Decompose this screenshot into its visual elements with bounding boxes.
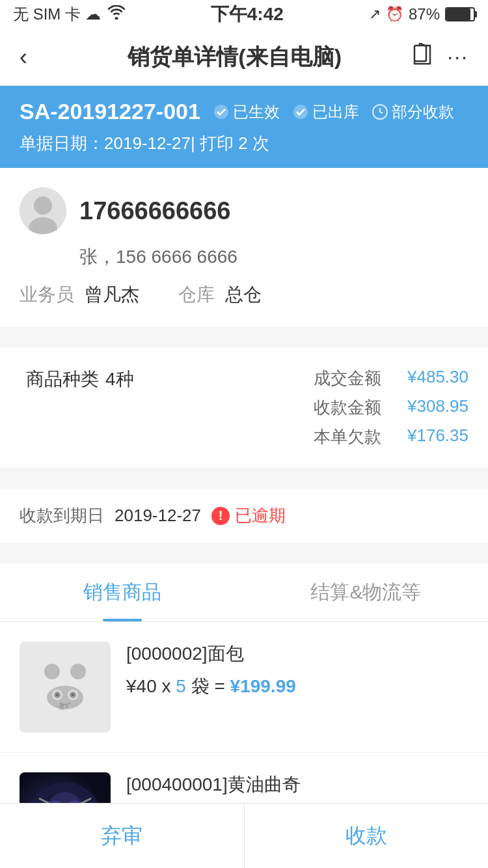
abandon-review-button[interactable]: 弃审 [0, 804, 245, 868]
page-title: 销货单详情(来自电脑) [59, 42, 411, 72]
received-value: ¥308.95 [407, 396, 468, 419]
section-gap-1 [0, 337, 488, 347]
battery-icon [445, 7, 475, 21]
customer-section: 17666666666 张，156 6666 6666 业务员 曾凡杰 仓库 总… [0, 168, 488, 327]
sales-value: 曾凡杰 [85, 282, 139, 307]
section-gap-2 [0, 478, 488, 489]
due-label: 收款到期日 [20, 504, 104, 527]
status-badge-2: 已出库 [293, 102, 359, 122]
customer-id: 17666666666 [79, 197, 230, 225]
product-name-1: [0000002]面包 [126, 642, 468, 666]
warehouse-meta: 仓库 总仓 [178, 282, 262, 307]
owl-eye-right [70, 664, 86, 679]
bottom-bar: 弃审 收款 [0, 803, 488, 868]
sales-meta: 业务员 曾凡杰 [20, 282, 139, 307]
product-info-1: [0000002]面包 ¥40 x 5 袋 = ¥199.99 [126, 642, 468, 733]
banner-date: 单据日期：2019-12-27| 打印 2 次 [20, 132, 468, 155]
owl-eyes [44, 664, 86, 679]
share-icon[interactable] [411, 43, 434, 72]
owl-eye-left [44, 664, 60, 679]
svg-point-12 [56, 694, 59, 696]
debt-label: 本单欠款 [314, 426, 381, 448]
stats-section: 商品种类4种 成交金额 ¥485.30 收款金额 ¥308.95 本单欠款 ¥1… [0, 347, 488, 468]
svg-point-5 [34, 197, 52, 215]
location-icon: ↗ [369, 6, 381, 23]
sim-status: 无 SIM 卡 ☁ [13, 4, 101, 25]
debt-value: ¥176.35 [407, 426, 468, 448]
customer-contact: 张，156 6666 6666 [20, 245, 468, 269]
due-section: 收款到期日 2019-12-27 ! 已逾期 [0, 489, 488, 543]
wifi-icon [107, 5, 126, 23]
svg-point-1 [214, 105, 228, 119]
svg-rect-0 [414, 46, 426, 61]
back-button[interactable]: ‹ [20, 44, 59, 71]
warehouse-value: 总仓 [225, 282, 262, 307]
section-gap-3 [0, 553, 488, 563]
sales-label: 业务员 [20, 282, 74, 307]
owl-placeholder: 鱼+ [20, 642, 111, 733]
tab-sales-products[interactable]: 销售商品 [0, 563, 244, 621]
status-bar: 无 SIM 卡 ☁ 下午4:42 ↗ ⏰ 87% [0, 0, 488, 29]
customer-meta: 业务员 曾凡杰 仓库 总仓 [20, 282, 468, 307]
alarm-icon: ⏰ [386, 6, 403, 23]
customer-avatar [20, 187, 66, 234]
customer-top: 17666666666 [20, 187, 468, 234]
more-icon[interactable]: ··· [447, 45, 468, 69]
product-count: 商品种类4种 [20, 367, 134, 392]
svg-point-13 [72, 694, 74, 696]
nav-actions: ··· [411, 43, 468, 72]
amount-label: 成交金额 [314, 367, 381, 390]
overdue-icon: ! [211, 507, 230, 525]
overdue-badge: ! 已逾期 [211, 504, 286, 527]
order-id: SA-20191227-001 [20, 99, 200, 124]
svg-point-2 [293, 105, 308, 119]
received-row: 收款金额 ¥308.95 [314, 396, 468, 419]
debt-row: 本单欠款 ¥176.35 [314, 426, 468, 448]
status-right: ↗ ⏰ 87% [369, 5, 475, 23]
battery-percent: 87% [409, 5, 440, 23]
status-time: 下午4:42 [211, 2, 284, 27]
nav-bar: ‹ 销货单详情(来自电脑) ··· [0, 29, 488, 86]
amount-value: ¥485.30 [407, 367, 468, 390]
collect-payment-button[interactable]: 收款 [245, 804, 489, 868]
warehouse-label: 仓库 [178, 282, 215, 307]
due-date-value: 2019-12-27 [115, 506, 201, 526]
product-name-2: [000400001]黄油曲奇 [126, 772, 468, 797]
status-badge-3: 部分收款 [372, 102, 454, 122]
product-total-1: ¥199.99 [230, 676, 296, 696]
received-label: 收款金额 [314, 396, 381, 419]
tabs: 销售商品 结算&物流等 [0, 563, 488, 622]
product-item-1: 鱼+ [0000002]面包 ¥40 x 5 袋 = ¥199.99 [0, 622, 488, 753]
overdue-text: 已逾期 [235, 504, 286, 527]
status-left: 无 SIM 卡 ☁ [13, 4, 126, 25]
status-badge-1: 已生效 [213, 102, 280, 122]
stats-right: 成交金额 ¥485.30 收款金额 ¥308.95 本单欠款 ¥176.35 [314, 367, 468, 448]
product-qty-1: 5 [176, 676, 186, 696]
banner-top: SA-20191227-001 已生效 已出库 部分收款 [20, 99, 468, 124]
product-price-1: ¥40 x 5 袋 = ¥199.99 [126, 674, 468, 699]
svg-text:鱼+: 鱼+ [59, 703, 69, 711]
product-thumb-1: 鱼+ [20, 642, 111, 733]
tab-settlement[interactable]: 结算&物流等 [244, 563, 488, 621]
header-banner: SA-20191227-001 已生效 已出库 部分收款 单据日期：2019-1… [0, 86, 488, 168]
amount-row: 成交金额 ¥485.30 [314, 367, 468, 390]
